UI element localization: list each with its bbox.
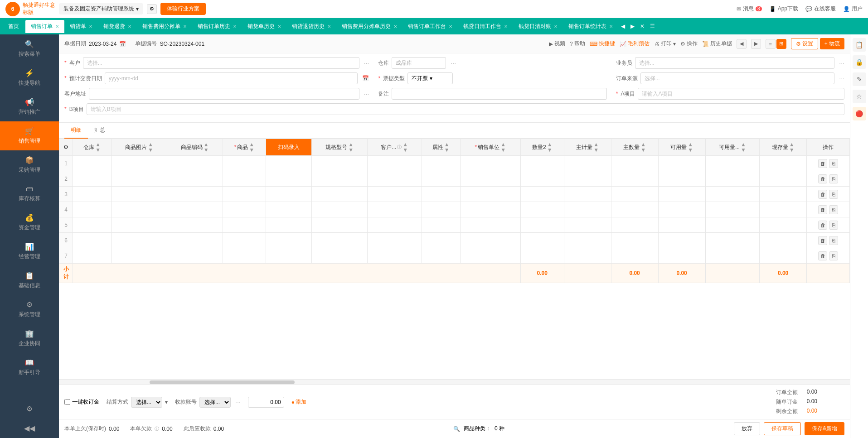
th-current-stock[interactable]: 现存量▲▼ [760,139,807,156]
row-4-delete-icon[interactable]: 🗑 [818,205,827,214]
action-btn[interactable]: ⚙ 操作 [680,40,698,48]
sidebar-item-guide[interactable]: 📖 新手引导 [0,353,59,382]
row-3-delete-icon[interactable]: 🗑 [818,190,827,199]
table-wrap[interactable]: ⚙ 仓库▲▼ 商品图片▲▼ 商品编码▲▼ *商品▲▼ 扫 [59,139,850,379]
tab-huizong[interactable]: 汇总 [88,123,112,139]
one-click-check[interactable]: 一键收订金 [64,398,99,406]
nav-arrow-left[interactable]: ◀ [618,21,628,31]
address-input[interactable] [89,88,359,100]
row-6-copy-icon[interactable]: ⎘ [829,236,838,245]
th-warehouse[interactable]: 仓库▲▼ [73,139,112,156]
th-qty2[interactable]: 数量2▲▼ [520,139,564,156]
row-1-available2[interactable] [705,156,760,171]
app-download-btn[interactable]: 📱 App下载 [769,5,798,13]
nav-tab-stats[interactable]: 销售订单统计表 ✕ [563,20,618,33]
nav-tab-workbench[interactable]: 销售订单工作台 ✕ [402,20,458,33]
th-image[interactable]: 商品图片▲▼ [112,139,167,156]
notes-input[interactable] [392,88,606,100]
row-1-current[interactable] [760,156,807,171]
system-selector[interactable]: 装备及固定资产辅助管理系统 ▾ [59,3,143,14]
calendar-icon[interactable]: 📅 [119,41,126,47]
row-5-delete-icon[interactable]: 🗑 [818,221,827,230]
row-2-delete-icon[interactable]: 🗑 [818,174,827,183]
industry-btn[interactable]: 体验行业方案 [160,3,206,15]
sidebar-item-system[interactable]: ⚙ 系统管理 [0,295,59,324]
row-1-image[interactable] [112,156,167,171]
th-attribute[interactable]: 属性▲▼ [422,139,460,156]
row-6-delete-icon[interactable]: 🗑 [818,236,827,245]
discard-btn[interactable]: 放弃 [734,422,760,435]
order-source-input[interactable]: 选择... [640,72,835,84]
close-tab-sales-order[interactable]: ✕ [55,24,59,29]
nav-tab-return-history[interactable]: 销货退货历史 ✕ [286,20,336,33]
save-new-btn[interactable]: 保存&新增 [805,422,844,435]
sidebar-item-basic[interactable]: 📋 基础信息 [0,266,59,295]
row-1-main-unit[interactable] [564,156,611,171]
history-btn[interactable]: 📜 历史单据 [702,40,732,48]
nav-tab-sales-invoice[interactable]: 销货单 ✕ [64,20,98,33]
user-btn[interactable]: 👤 用户 [843,5,863,13]
view-btn[interactable]: ▶ 视频 [549,40,565,48]
th-gear[interactable]: ⚙ [59,139,73,156]
nav-prev-icon[interactable]: ◀ [737,39,747,49]
sidebar-item-marketing[interactable]: 📢 营销推广 [0,92,59,121]
row-3-copy-icon[interactable]: ⎘ [829,190,838,199]
sidebar-item-inventory[interactable]: 🗃 库存核算 [0,179,59,208]
nav-tab-daily-clear[interactable]: 钱贷日清工作台 ✕ [458,20,513,33]
nav-tab-expense[interactable]: 销售费用分摊单 ✕ [137,20,192,33]
sidebar-item-settings[interactable]: ⚙ [0,399,59,419]
print-btn[interactable]: 🖨 打印 ▾ [654,40,676,48]
row-7-copy-icon[interactable]: ⎘ [829,251,838,260]
row-1-customer-code[interactable] [368,156,422,171]
sidebar-item-search[interactable]: 🔍 搜索菜单 [0,34,59,63]
row-1-delete-icon[interactable]: 🗑 [818,159,827,168]
layout-grid-btn[interactable]: ⊞ [776,39,786,49]
sidebar-item-ops[interactable]: 📊 经营管理 [0,237,59,266]
row-4-copy-icon[interactable]: ⎘ [829,205,838,214]
nav-home[interactable]: 首页 [2,20,25,33]
row-1-copy-icon[interactable]: ⎘ [829,159,838,168]
row-1-product[interactable] [223,156,266,171]
nav-tab-reconcile[interactable]: 钱贷日清对账 ✕ [513,20,563,33]
address-more-icon[interactable]: ··· [364,90,369,97]
row-1-unit[interactable] [460,156,520,171]
th-available2[interactable]: 可用量...▲▼ [705,139,760,156]
salesman-more-icon[interactable]: ··· [839,59,844,67]
b-project-input[interactable]: 请输入B项目 [87,103,844,115]
save-draft-btn[interactable]: 保存草稿 [764,422,801,435]
right-panel-icon-clipboard[interactable]: 📋 [853,38,866,52]
one-click-checkbox[interactable] [64,399,70,405]
warehouse-more-icon[interactable]: ··· [451,59,456,67]
right-panel-icon-star[interactable]: ☆ [853,90,866,103]
row-1-spec[interactable] [312,156,368,171]
sidebar-item-enterprise[interactable]: 🏢 企业协同 [0,324,59,353]
account-more-icon[interactable]: ··· [235,399,241,406]
row-1-qty2[interactable] [520,156,564,171]
sidebar-item-sales[interactable]: 🛒 销售管理 [0,121,59,150]
tab-mingxi[interactable]: 明细 [64,123,88,139]
th-unit[interactable]: *销售单位▲▼ [460,139,520,156]
row-2-copy-icon[interactable]: ⎘ [829,174,838,183]
online-service-btn[interactable]: 💬 在线客服 [805,5,836,13]
amount-input[interactable] [248,397,284,408]
th-available[interactable]: 可用量▲▼ [658,139,705,156]
delivery-calendar-icon[interactable]: 📅 [362,75,369,82]
row-1-available[interactable] [658,156,705,171]
close-tab-sales-invoice[interactable]: ✕ [89,24,92,29]
nav-tab-return[interactable]: 销货退货 ✕ [98,20,137,33]
layout-list-btn[interactable]: ≡ [766,39,776,49]
delivery-input[interactable]: yyyy-mm-dd [105,72,358,84]
row-1-warehouse[interactable] [73,156,112,171]
salesman-input[interactable]: 选择... [635,57,835,69]
th-code[interactable]: 商品编码▲▼ [167,139,223,156]
nav-tab-expense-history[interactable]: 销售费用分摊单历史 ✕ [336,20,402,33]
profit-btn[interactable]: 📈 毛利预估 [620,40,650,48]
scroll-thumb[interactable] [150,380,295,384]
message-btn[interactable]: ✉ 消息 8 [737,5,762,13]
th-product[interactable]: *商品▲▼ [223,139,266,156]
credit-info-icon[interactable]: ⓘ [155,426,159,432]
th-main-qty[interactable]: 主数量▲▼ [611,139,658,156]
row-1-scan[interactable] [266,156,312,171]
row-5-copy-icon[interactable]: ⎘ [829,221,838,230]
row-7-delete-icon[interactable]: 🗑 [818,251,827,260]
